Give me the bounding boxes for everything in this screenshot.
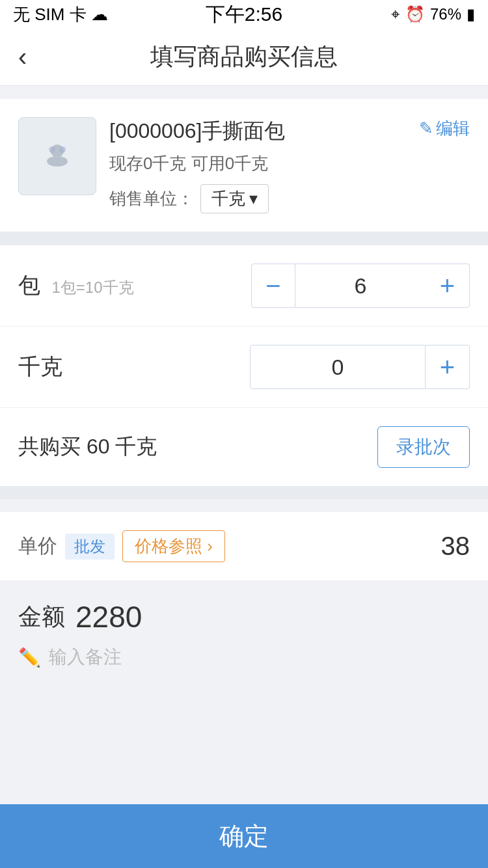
bag-label: 包 1包=10千克 bbox=[18, 271, 251, 301]
divider-1 bbox=[0, 232, 488, 245]
amount-label: 金额 bbox=[18, 601, 65, 633]
page-title: 填写商品购买信息 bbox=[150, 41, 338, 73]
svg-point-1 bbox=[47, 156, 68, 167]
product-card: [0000006]手撕面包 现存0千克 可用0千克 销售单位： 千克 ▾ ✎ 编… bbox=[0, 99, 488, 232]
status-right: ⌖ ⏰ 76% ▮ bbox=[391, 5, 475, 23]
status-bar: 无 SIM 卡 ☁ 下午2:56 ⌖ ⏰ 76% ▮ bbox=[0, 0, 488, 29]
confirm-label: 确定 bbox=[219, 820, 269, 853]
edit-button[interactable]: ✎ 编辑 bbox=[419, 117, 470, 140]
price-row: 单价 批发 价格参照 › 38 bbox=[0, 512, 488, 581]
price-ref-button[interactable]: 价格参照 › bbox=[122, 530, 225, 562]
bag-decrement-button[interactable]: − bbox=[251, 264, 295, 308]
summary-row: 共购买 60 千克 录批次 bbox=[0, 408, 488, 486]
status-time: 下午2:56 bbox=[206, 1, 282, 28]
kg-increment-button[interactable]: + bbox=[426, 345, 470, 389]
bag-quantity-input[interactable] bbox=[295, 264, 426, 308]
sim-label: 无 SIM 卡 ☁ bbox=[13, 3, 108, 26]
bag-hint: 1包=10千克 bbox=[51, 278, 133, 296]
edit-icon: ✎ bbox=[419, 118, 433, 139]
unit-selector[interactable]: 千克 ▾ bbox=[200, 184, 269, 213]
status-left: 无 SIM 卡 ☁ bbox=[13, 3, 108, 26]
battery-icon: ▮ bbox=[467, 5, 475, 23]
divider-2 bbox=[0, 486, 488, 499]
remark-placeholder: 输入备注 bbox=[49, 645, 122, 670]
price-tag: 批发 bbox=[65, 534, 115, 560]
amount-value: 2280 bbox=[75, 599, 142, 634]
price-label: 单价 bbox=[18, 533, 57, 560]
summary-text: 共购买 60 千克 bbox=[18, 433, 157, 461]
alarm-icon: ⏰ bbox=[405, 5, 425, 23]
battery-label: 76% bbox=[430, 5, 461, 23]
product-image bbox=[18, 117, 96, 195]
kg-input-row: 千克 + bbox=[0, 327, 488, 408]
back-button[interactable]: ‹ bbox=[18, 42, 27, 72]
product-name: [0000006]手撕面包 bbox=[109, 117, 470, 146]
edit-label: 编辑 bbox=[436, 117, 470, 140]
product-thumbnail-icon bbox=[38, 137, 77, 176]
product-unit-row: 销售单位： 千克 ▾ bbox=[109, 184, 470, 213]
svg-point-3 bbox=[59, 146, 66, 153]
pencil-icon: ✏️ bbox=[18, 647, 41, 668]
nav-bar: ‹ 填写商品购买信息 bbox=[0, 29, 488, 86]
bag-quantity-control: − + bbox=[251, 264, 470, 308]
batch-button[interactable]: 录批次 bbox=[377, 426, 470, 468]
bag-input-row: 包 1包=10千克 − + bbox=[0, 245, 488, 327]
amount-row: 金额 2280 bbox=[18, 599, 470, 634]
amount-section: 金额 2280 ✏️ 输入备注 bbox=[0, 581, 488, 688]
bag-increment-button[interactable]: + bbox=[426, 264, 470, 308]
price-value: 38 bbox=[441, 532, 470, 561]
chevron-down-icon: ▾ bbox=[249, 189, 258, 209]
remark-row[interactable]: ✏️ 输入备注 bbox=[18, 645, 470, 670]
unit-label: 销售单位： bbox=[109, 187, 194, 210]
price-section: 单价 批发 价格参照 › 38 bbox=[0, 512, 488, 581]
unit-value: 千克 bbox=[211, 187, 245, 210]
kg-quantity-input[interactable] bbox=[250, 345, 426, 389]
product-info: [0000006]手撕面包 现存0千克 可用0千克 销售单位： 千克 ▾ bbox=[109, 117, 470, 213]
bag-input-section: 包 1包=10千克 − + 千克 + 共购买 60 千克 录批次 bbox=[0, 245, 488, 486]
location-icon: ⌖ bbox=[391, 5, 400, 23]
kg-quantity-control: + bbox=[250, 345, 470, 389]
product-stock: 现存0千克 可用0千克 bbox=[109, 152, 470, 175]
kg-label: 千克 bbox=[18, 352, 250, 382]
confirm-button[interactable]: 确定 bbox=[0, 804, 488, 868]
svg-point-2 bbox=[49, 146, 55, 153]
